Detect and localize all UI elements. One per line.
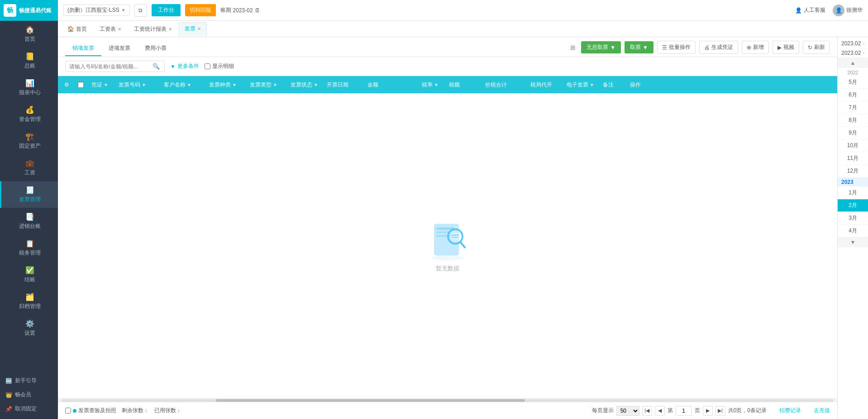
per-page-label: 每页显示	[592, 407, 614, 414]
copy-button[interactable]: ⧉	[134, 4, 147, 17]
th-customer-filter-icon[interactable]: ▼	[187, 82, 191, 87]
sidebar-item-finance[interactable]: 💰 资金管理	[0, 101, 58, 128]
sidebar-item-assets[interactable]: 🏗️ 固定资产	[0, 128, 58, 154]
sidebar-item-settings[interactable]: ⚙️ 设置	[0, 315, 58, 342]
get-ticket-button[interactable]: 取票 ▼	[625, 41, 653, 53]
month-2022-8[interactable]: 8月	[838, 114, 868, 127]
sidebar-item-checkout[interactable]: ✅ 结账	[0, 261, 58, 288]
select-all-checkbox[interactable]	[78, 82, 84, 88]
home-tab-label: 首页	[76, 25, 87, 33]
scroll-up-button[interactable]: ▲	[838, 58, 868, 68]
home-tab-icon: 🏠	[67, 26, 74, 32]
invoice-tab-close[interactable]: ✕	[197, 26, 201, 31]
sidebar-item-guide[interactable]: 🆕 新手引导	[2, 374, 56, 387]
next-page-button[interactable]: ▶	[703, 406, 713, 416]
batch-op-button[interactable]: ☰ 批量操作	[657, 41, 696, 54]
sidebar-item-salary[interactable]: 💼 工资	[0, 154, 58, 181]
th-invoice-no-filter-icon[interactable]: ▼	[142, 82, 146, 87]
th-invoice-status-filter-icon[interactable]: ▼	[314, 82, 318, 87]
switch-version-button[interactable]: 切到旧版	[185, 4, 216, 16]
guide-label: 新手引导	[15, 377, 37, 385]
report-icon: 📊	[25, 79, 34, 87]
month-2023-4[interactable]: 4月	[838, 225, 868, 237]
subtab-expense[interactable]: 费用小票	[138, 41, 174, 56]
th-setting[interactable]: ⚙	[62, 82, 75, 88]
sidebar-item-sales[interactable]: 📑 进销台账	[0, 208, 58, 235]
video-button[interactable]: ▶ 视频	[773, 41, 799, 54]
search-input[interactable]	[69, 63, 151, 70]
go-right-link[interactable]: 去充值	[814, 407, 830, 414]
company-selector[interactable]: (勿删）江西股宝-LSS ▼	[63, 5, 130, 16]
grid-view-icon[interactable]: ⊞	[568, 42, 577, 53]
year-2023-label[interactable]: 2023	[838, 178, 868, 187]
th-invoice-no-label: 发票号码	[119, 81, 140, 89]
show-detail-label[interactable]: 显示明细	[205, 63, 234, 70]
salary-tab-close[interactable]: ✕	[118, 27, 121, 32]
per-page-select[interactable]: 50 10 20 100	[616, 406, 639, 416]
th-invoice-type: 发票种类 ▼	[206, 81, 247, 89]
scrollbar-thumb[interactable]	[216, 399, 525, 402]
date-entry-0[interactable]: 2023.02 ›	[838, 39, 868, 48]
month-2023-1[interactable]: 1月	[838, 187, 868, 199]
show-detail-checkbox[interactable]	[205, 63, 210, 69]
invoice-check-checkbox[interactable]	[65, 408, 71, 414]
month-2023-3[interactable]: 3月	[838, 212, 868, 225]
th-invoice-type-filter-icon[interactable]: ▼	[232, 82, 237, 87]
remaining-label: 剩余张数：	[122, 407, 149, 414]
customer-service[interactable]: 👤 人工客服	[795, 6, 825, 14]
new-label: 新增	[753, 43, 764, 51]
tab-salary[interactable]: 工资表 ✕	[94, 22, 127, 36]
month-2022-12[interactable]: 12月	[838, 165, 868, 178]
workspace-button[interactable]: 工作台	[152, 4, 181, 16]
more-conditions-button[interactable]: ▼ 更多条件	[170, 63, 199, 70]
no-ticket-button[interactable]: 无息取票 ▼	[581, 41, 621, 53]
sidebar-item-member[interactable]: 👑 畅会员	[2, 388, 56, 401]
month-2022-11[interactable]: 11月	[838, 152, 868, 165]
month-2022-6[interactable]: 6月	[838, 89, 868, 101]
search-wrap[interactable]: 🔍	[65, 61, 165, 72]
th-invoice-category-filter-icon[interactable]: ▼	[273, 82, 277, 87]
sidebar-item-unpin[interactable]: 📌 取消固定	[2, 402, 56, 415]
month-2022-7[interactable]: 7月	[838, 101, 868, 114]
month-2023-2[interactable]: 2月	[838, 199, 868, 212]
th-voucher-filter-icon[interactable]: ▼	[104, 82, 108, 87]
first-page-button[interactable]: |◀	[642, 406, 652, 416]
user-profile[interactable]: 👤 徐溯华	[833, 5, 863, 16]
sidebar-item-invoice[interactable]: 🧾 发票管理	[0, 181, 58, 208]
page-number-input[interactable]	[676, 406, 692, 416]
th-checkbox[interactable]	[75, 82, 89, 88]
month-2022-5[interactable]: 5月	[838, 76, 868, 89]
tab-invoice[interactable]: 发票 ✕	[179, 22, 207, 36]
subtab-purchase[interactable]: 进项发票	[101, 41, 138, 56]
tab-home[interactable]: 🏠 首页	[62, 22, 93, 36]
app-logo: 畅 畅捷通易代账	[0, 0, 58, 21]
period-icon: 🗓	[255, 7, 260, 14]
assets-icon: 🏗️	[25, 132, 34, 141]
th-invoice-no: 发票号码 ▼	[116, 81, 161, 89]
salary-stat-tab-close[interactable]: ✕	[168, 27, 172, 32]
table-scrollbar[interactable]	[58, 398, 837, 402]
sidebar-item-ledger[interactable]: 📒 总账	[0, 48, 58, 74]
sidebar-item-report[interactable]: 📊 报表中心	[0, 74, 58, 101]
subtab-sales[interactable]: 销项发票	[65, 41, 101, 56]
sidebar-item-archive[interactable]: 🗂️ 归档管理	[0, 288, 58, 315]
refresh-button[interactable]: ↻ 刷新	[803, 41, 830, 54]
generate-voucher-button[interactable]: 🖨 生成凭证	[699, 41, 738, 54]
th-tax-label: 税额	[449, 81, 460, 89]
page-end-label: 页	[695, 407, 700, 414]
subtab-expense-label: 费用小票	[145, 45, 167, 51]
prev-page-button[interactable]: ◀	[655, 406, 665, 416]
sidebar-item-home[interactable]: 🏠 首页	[0, 21, 58, 48]
th-tax-rate-filter-icon[interactable]: ▼	[434, 82, 439, 87]
add-record-link[interactable]: 扣费记录	[779, 407, 801, 414]
month-2022-9[interactable]: 9月	[838, 127, 868, 140]
date-entry-1[interactable]: 2023.02 ›	[838, 48, 868, 58]
scroll-down-button[interactable]: ▼	[838, 237, 868, 247]
th-amount-label: 金额	[367, 81, 378, 89]
th-e-invoice-filter-icon[interactable]: ▼	[590, 82, 594, 87]
new-button[interactable]: ⊕ 新增	[742, 41, 769, 54]
last-page-button[interactable]: ▶|	[715, 406, 725, 416]
tab-salary-stat[interactable]: 工资统计报表 ✕	[128, 22, 178, 36]
month-2022-10[interactable]: 10月	[838, 140, 868, 152]
sidebar-item-tax[interactable]: 📋 税务管理	[0, 235, 58, 261]
